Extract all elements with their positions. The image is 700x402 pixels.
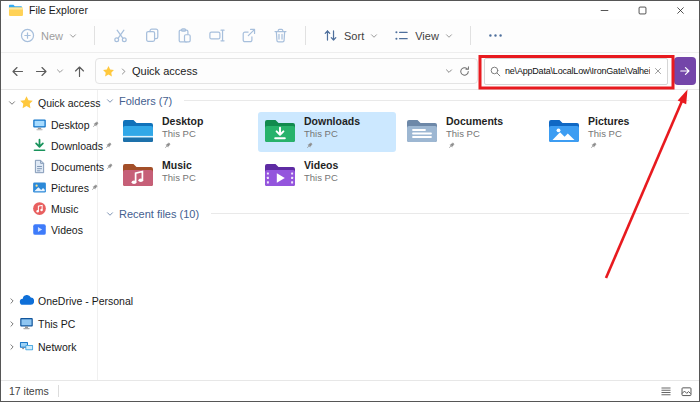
folders-grid: DesktopThis PCDownloadsThis PCDocumentsT… (116, 112, 689, 196)
chevron-down-icon (68, 31, 78, 41)
delete-icon (272, 27, 289, 44)
sidebar-item-music[interactable]: Music (1, 198, 97, 219)
share-button[interactable] (233, 22, 263, 50)
delete-button[interactable] (265, 22, 295, 50)
breadcrumb-chevron-icon (119, 67, 128, 76)
go-button[interactable] (674, 57, 696, 85)
folders-section-label: Folders (7) (119, 95, 172, 107)
maximize-button[interactable] (623, 1, 661, 19)
thumbnails-view-button[interactable] (677, 382, 695, 400)
folder-tile-text: DownloadsThis PC (304, 115, 360, 151)
folder-tile-videos[interactable]: VideosThis PC (258, 156, 396, 196)
address-dropdown-chevron-icon[interactable] (444, 66, 454, 76)
view-button[interactable]: View (387, 22, 460, 50)
chevron-right-icon[interactable] (4, 296, 19, 306)
folder-tile-music[interactable]: MusicThis PC (116, 156, 254, 196)
section-rule (211, 213, 689, 214)
copy-icon (144, 27, 161, 44)
toolbar-divider (94, 26, 95, 45)
sidebar-item-desktop[interactable]: Desktop (1, 114, 97, 135)
rename-button[interactable] (201, 22, 231, 50)
more-button[interactable] (481, 22, 511, 50)
sort-icon (322, 27, 339, 44)
sidebar-item-pictures[interactable]: Pictures (1, 177, 97, 198)
folder-location: This PC (588, 128, 629, 140)
pc-icon (19, 316, 38, 331)
cut-button[interactable] (105, 22, 135, 50)
sidebar-item-quick-access[interactable]: Quick access (1, 91, 97, 114)
folder-tile-desktop[interactable]: DesktopThis PC (116, 112, 254, 152)
forward-button[interactable] (29, 58, 53, 84)
rename-icon (208, 27, 225, 44)
folder-tile-downloads[interactable]: DownloadsThis PC (258, 112, 396, 152)
desktop-folder-icon (121, 117, 155, 145)
videos-icon (32, 222, 51, 237)
copy-button[interactable] (137, 22, 167, 50)
new-button[interactable]: New (13, 22, 84, 50)
sidebar-item-label: Videos (51, 224, 83, 236)
breadcrumb[interactable]: Quick access (132, 65, 197, 77)
videos-folder-icon (263, 161, 297, 189)
chevron-right-icon[interactable] (4, 342, 19, 352)
sort-button[interactable]: Sort (316, 22, 385, 50)
folder-tile-documents[interactable]: DocumentsThis PC (400, 112, 538, 152)
folder-tile-pictures[interactable]: PicturesThis PC (542, 112, 680, 152)
sidebar-item-label: Quick access (38, 97, 100, 109)
main-content: Folders (7) DesktopThis PCDownloadsThis … (98, 90, 699, 380)
folder-name: Documents (446, 115, 503, 128)
sidebar-item-this-pc[interactable]: This PC (1, 312, 97, 335)
toolbar: NewSortView (1, 19, 699, 53)
toolbar-divider (305, 26, 306, 45)
recent-locations-chevron-icon[interactable] (53, 58, 67, 84)
music-folder-icon (121, 161, 155, 189)
sidebar-item-documents[interactable]: Documents (1, 156, 97, 177)
search-icon (489, 65, 502, 78)
back-button[interactable] (5, 58, 29, 84)
chevron-down-icon[interactable] (105, 96, 115, 106)
status-bar: 17 items (1, 380, 699, 401)
sort-label: Sort (344, 30, 364, 42)
chevron-down-icon (369, 31, 379, 41)
chevron-right-icon[interactable] (4, 319, 19, 329)
view-label: View (415, 30, 439, 42)
cut-icon (112, 27, 129, 44)
paste-button[interactable] (169, 22, 199, 50)
close-button[interactable] (661, 1, 699, 19)
sidebar-item-label: Desktop (51, 119, 90, 131)
folder-location: This PC (162, 128, 203, 140)
address-bar[interactable]: Quick access (95, 58, 478, 84)
sidebar-item-downloads[interactable]: Downloads (1, 135, 97, 156)
sidebar-gap (1, 240, 97, 289)
sidebar-item-network[interactable]: Network (1, 335, 97, 358)
items-count: 17 items (9, 385, 49, 397)
folders-section-header[interactable]: Folders (7) (105, 92, 689, 109)
sidebar-item-onedrive-personal[interactable]: OneDrive - Personal (1, 289, 97, 312)
sidebar-item-label: Network (38, 341, 77, 353)
navigation-bar: Quick access (1, 53, 699, 90)
minimize-button[interactable] (585, 1, 623, 19)
search-input[interactable] (505, 66, 650, 76)
folder-location: This PC (304, 172, 338, 184)
refresh-button[interactable] (458, 65, 471, 78)
pin-icon (446, 141, 503, 151)
sidebar-item-videos[interactable]: Videos (1, 219, 97, 240)
folder-tile-text: DocumentsThis PC (446, 115, 503, 151)
titlebar: File Explorer (1, 1, 699, 19)
folder-tile-text: VideosThis PC (304, 159, 338, 184)
folder-name: Videos (304, 159, 338, 172)
documents-icon (32, 159, 51, 174)
view-icon (393, 27, 410, 44)
chevron-down-icon[interactable] (105, 209, 115, 219)
chevron-down-icon[interactable] (4, 98, 19, 108)
pictures-folder-icon (547, 117, 581, 145)
pin-icon (588, 141, 629, 151)
details-view-button[interactable] (657, 382, 675, 400)
pin-icon (162, 141, 203, 151)
up-button[interactable] (67, 58, 91, 84)
toolbar-divider (470, 26, 471, 45)
search-box[interactable] (484, 58, 668, 85)
folder-name: Desktop (162, 115, 203, 128)
recent-files-section-header[interactable]: Recent files (10) (105, 205, 689, 222)
window-controls (585, 1, 699, 19)
clear-search-icon[interactable] (653, 66, 663, 76)
